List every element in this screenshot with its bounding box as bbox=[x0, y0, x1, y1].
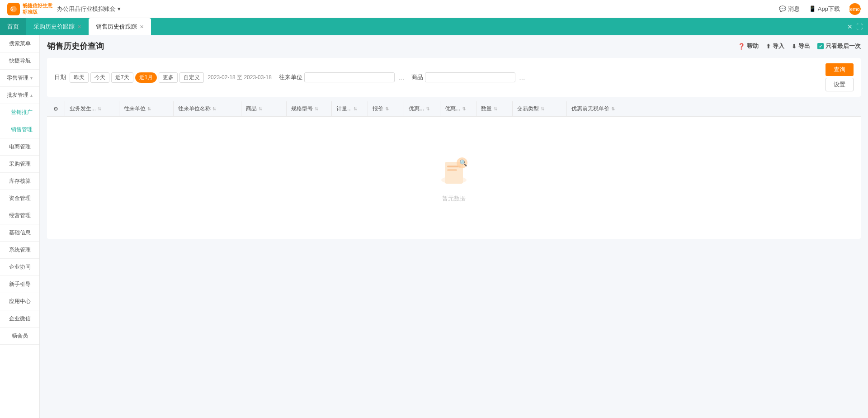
enterprise-label: 企业协同 bbox=[9, 263, 31, 271]
sidebar-item-operations[interactable]: 经营管理 bbox=[0, 207, 39, 224]
app-download-label: App下载 bbox=[818, 5, 840, 13]
app-selector-label: 办公用品行业模拟账套 bbox=[57, 5, 116, 13]
empty-text: 暂元数据 bbox=[442, 195, 466, 203]
counterpart-label: 往来单位 bbox=[279, 73, 302, 81]
sidebar-item-marketing[interactable]: 营销推广 bbox=[0, 104, 39, 121]
th-product[interactable]: 商品 ⇅ bbox=[241, 101, 287, 116]
message-icon: 💬 bbox=[779, 5, 786, 12]
sort-icon-spec: ⇅ bbox=[315, 106, 318, 111]
gear-icon: ⚙ bbox=[53, 106, 58, 112]
sort-icon-pretax-price: ⇅ bbox=[611, 106, 615, 111]
th-discount1-label: 优惠... bbox=[409, 105, 424, 113]
app-selector[interactable]: 办公用品行业模拟账套 ▾ bbox=[57, 5, 121, 13]
sort-icon-quantity: ⇅ bbox=[494, 106, 497, 111]
th-quantity-label: 数量 bbox=[481, 105, 492, 113]
th-unit[interactable]: 计量... ⇅ bbox=[332, 101, 368, 116]
export-action[interactable]: ⬇ 导出 bbox=[792, 42, 810, 50]
sidebar-item-enterprise[interactable]: 企业协同 bbox=[0, 259, 39, 276]
sidebar-item-inventory[interactable]: 库存核算 bbox=[0, 173, 39, 190]
sidebar-item-quick-nav[interactable]: 快捷导航 bbox=[0, 52, 39, 70]
th-gear[interactable]: ⚙ bbox=[47, 101, 65, 116]
sort-icon-unit: ⇅ bbox=[354, 106, 357, 111]
maximize-icon[interactable]: ⛶ bbox=[856, 23, 863, 30]
topbar-right: 💬 消息 📱 App下载 demo2 bbox=[779, 3, 861, 15]
date-btn-today[interactable]: 今天 bbox=[90, 72, 109, 83]
topbar: 6 畅捷信好生意 标准版 办公用品行业模拟账套 ▾ 💬 消息 📱 App下载 d… bbox=[0, 0, 868, 18]
tab-purchase-history-close[interactable]: ✕ bbox=[77, 24, 81, 30]
tab-sales-history[interactable]: 销售历史价跟踪 ✕ bbox=[89, 18, 151, 35]
filter-query-area: 查询 设置 bbox=[826, 63, 854, 91]
sort-icon-discount2: ⇅ bbox=[462, 106, 466, 111]
date-btn-more[interactable]: 更多 bbox=[159, 72, 178, 83]
th-price[interactable]: 报价 ⇅ bbox=[368, 101, 404, 116]
only-last-checkbox[interactable] bbox=[817, 43, 824, 49]
product-input[interactable] bbox=[425, 72, 515, 82]
basic-info-label: 基础信息 bbox=[9, 229, 31, 237]
help-icon: ❓ bbox=[738, 43, 745, 50]
sidebar-item-finance[interactable]: 资金管理 bbox=[0, 190, 39, 207]
th-biz-date[interactable]: 业务发生... ⇅ bbox=[65, 101, 119, 116]
tabbar: 首页 采购历史价跟踪 ✕ 销售历史价跟踪 ✕ ✕ ⛶ bbox=[0, 18, 868, 35]
th-pretax-price-label: 优惠前无税单价 bbox=[571, 105, 609, 113]
search-menu-label: 搜索菜单 bbox=[9, 40, 31, 48]
date-filter-group: 日期 昨天 今天 近7天 近1月 更多 自定义 2023-02-18 至 202… bbox=[54, 72, 272, 83]
sidebar-item-wholesale-mgmt[interactable]: 批发管理 ▴ bbox=[0, 87, 39, 104]
sidebar-item-basic-info[interactable]: 基础信息 bbox=[0, 224, 39, 242]
th-pretax-price[interactable]: 优惠前无税单价 ⇅ bbox=[567, 101, 861, 116]
date-btn-yesterday[interactable]: 昨天 bbox=[70, 72, 89, 83]
sidebar-item-sales-mgmt[interactable]: 销售管理 bbox=[0, 121, 39, 138]
product-dots[interactable]: ... bbox=[519, 73, 525, 81]
sidebar-item-search-menu[interactable]: 搜索菜单 bbox=[0, 35, 39, 52]
sidebar-item-app-center[interactable]: 应用中心 bbox=[0, 293, 39, 310]
sidebar-item-enterprise-wechat[interactable]: 企业微信 bbox=[0, 310, 39, 328]
tab-sales-history-close[interactable]: ✕ bbox=[140, 24, 144, 30]
counterpart-input[interactable] bbox=[304, 72, 395, 82]
only-last-checkbox-group[interactable]: 只看最后一次 bbox=[817, 42, 861, 50]
counterpart-dots[interactable]: ... bbox=[398, 73, 404, 81]
import-label: 导入 bbox=[773, 42, 784, 50]
th-discount1[interactable]: 优惠... ⇅ bbox=[404, 101, 440, 116]
sidebar-item-member[interactable]: 畅会员 bbox=[0, 328, 39, 345]
date-btn-last7days[interactable]: 近7天 bbox=[111, 72, 133, 83]
page-content: 销售历史价查询 ❓ 帮助 ⬆ 导入 ⬇ 导出 bbox=[40, 35, 868, 244]
sidebar-item-retail-mgmt[interactable]: 零售管理 ▾ bbox=[0, 70, 39, 87]
tab-actions: ✕ ⛶ bbox=[847, 23, 868, 30]
th-counterpart-name[interactable]: 往来单位名称 ⇅ bbox=[174, 101, 241, 116]
th-spec[interactable]: 规格型号 ⇅ bbox=[287, 101, 332, 116]
import-action[interactable]: ⬆ 导入 bbox=[766, 42, 784, 50]
help-action[interactable]: ❓ 帮助 bbox=[738, 42, 759, 50]
operations-label: 经营管理 bbox=[9, 212, 31, 219]
app-download-action[interactable]: 📱 App下载 bbox=[809, 5, 840, 13]
date-btn-custom[interactable]: 自定义 bbox=[179, 72, 204, 83]
only-last-label: 只看最后一次 bbox=[826, 42, 861, 50]
th-biz-date-label: 业务发生... bbox=[70, 105, 96, 113]
tab-sales-history-label: 销售历史价跟踪 bbox=[96, 23, 137, 31]
th-counterpart-code[interactable]: 往来单位 ⇅ bbox=[119, 101, 174, 116]
sidebar-item-ecommerce[interactable]: 电商管理 bbox=[0, 138, 39, 156]
product-filter-group: 商品 ... bbox=[411, 72, 525, 82]
sort-icon-product: ⇅ bbox=[259, 106, 262, 111]
date-btn-last1month[interactable]: 近1月 bbox=[135, 72, 157, 83]
help-label: 帮助 bbox=[747, 42, 759, 50]
th-trade-type[interactable]: 交易类型 ⇅ bbox=[513, 101, 567, 116]
settings-button[interactable]: 设置 bbox=[826, 78, 854, 91]
tab-home[interactable]: 首页 bbox=[0, 18, 26, 35]
logo-area: 6 畅捷信好生意 标准版 bbox=[7, 3, 52, 15]
close-all-tabs-icon[interactable]: ✕ bbox=[847, 23, 853, 30]
tab-purchase-history[interactable]: 采购历史价跟踪 ✕ bbox=[26, 18, 89, 35]
th-quantity[interactable]: 数量 ⇅ bbox=[476, 101, 513, 116]
page-title: 销售历史价查询 bbox=[47, 41, 104, 52]
empty-state: 🔍 暂元数据 bbox=[47, 117, 861, 239]
sort-icon-discount1: ⇅ bbox=[426, 106, 429, 111]
sidebar-item-guide[interactable]: 新手引导 bbox=[0, 276, 39, 293]
sidebar-item-system[interactable]: 系统管理 bbox=[0, 242, 39, 259]
avatar: demo2 bbox=[849, 3, 861, 15]
th-discount2[interactable]: 优惠... ⇅ bbox=[440, 101, 476, 116]
sidebar-item-purchase[interactable]: 采购管理 bbox=[0, 156, 39, 173]
message-action[interactable]: 💬 消息 bbox=[779, 5, 800, 13]
query-button[interactable]: 查询 bbox=[826, 63, 854, 76]
th-price-label: 报价 bbox=[373, 105, 383, 113]
wholesale-mgmt-label: 批发管理 bbox=[7, 91, 28, 99]
user-action[interactable]: demo2 bbox=[849, 3, 861, 15]
product-label: 商品 bbox=[411, 73, 423, 81]
